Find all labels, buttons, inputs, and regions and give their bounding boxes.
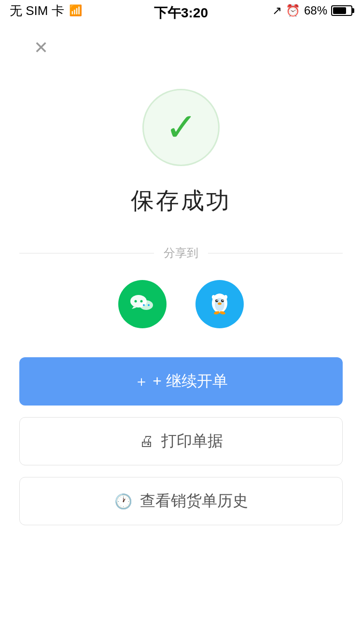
share-icons-container [118,280,244,328]
svg-point-2 [135,300,137,303]
success-icon-circle: ✓ [142,89,220,166]
history-button[interactable]: 🕐 查看销货单历史 [19,477,343,525]
share-label: 分享到 [164,245,198,261]
svg-point-10 [221,299,224,302]
location-icon: ↗ [272,4,282,17]
print-icon: 🖨 [139,433,153,449]
svg-point-4 [143,304,145,306]
svg-point-5 [148,304,150,306]
wechat-share-button[interactable] [118,280,167,328]
battery-icon [331,5,352,16]
continue-button[interactable]: ＋ + 继续开单 [19,357,343,406]
print-button[interactable]: 🖨 打印单据 [19,417,343,465]
svg-point-13 [218,303,222,305]
svg-point-11 [217,300,218,301]
status-left: 无 SIM 卡 📶 [10,2,82,19]
checkmark-icon: ✓ [165,108,197,147]
close-icon: ✕ [34,38,48,58]
share-line-left [19,253,154,253]
alarm-icon: ⏰ [286,4,300,17]
qq-icon [205,289,234,320]
action-buttons: ＋ + 继续开单 🖨 打印单据 🕐 查看销货单历史 [19,357,343,525]
status-bar: 无 SIM 卡 📶 下午3:20 ↗ ⏰ 68% [0,0,362,21]
history-label: 查看销货单历史 [140,490,248,512]
svg-point-3 [140,300,143,303]
svg-point-12 [223,300,223,301]
success-title: 保存成功 [131,185,231,216]
close-button[interactable]: ✕ [29,36,53,60]
plus-icon: ＋ [134,372,149,392]
main-content: ✕ ✓ 保存成功 分享到 [0,21,362,644]
status-time: 下午3:20 [154,4,208,22]
qq-share-button[interactable] [195,280,244,328]
battery-percent: 68% [304,4,327,17]
share-divider: 分享到 [19,245,343,261]
status-right: ↗ ⏰ 68% [272,4,352,17]
print-label: 打印单据 [161,431,223,452]
wifi-icon: 📶 [69,4,82,17]
continue-label: + 继续开单 [153,371,228,392]
wechat-icon [128,289,157,320]
carrier-text: 无 SIM 卡 [10,2,64,19]
svg-point-9 [215,299,218,302]
history-icon: 🕐 [114,493,132,510]
share-line-right [208,253,343,253]
